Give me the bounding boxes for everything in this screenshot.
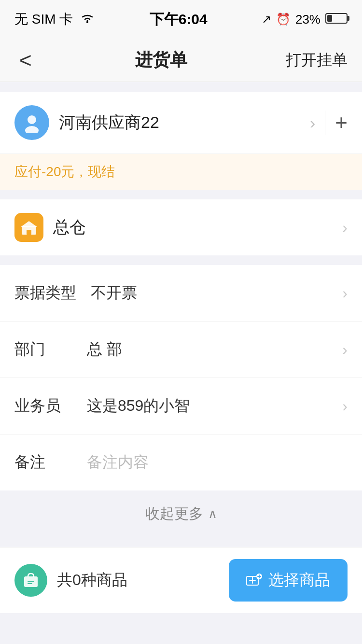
- warehouse-section: 总仓 ›: [0, 199, 362, 255]
- select-product-label: 选择商品: [268, 570, 330, 591]
- department-label: 部门: [14, 339, 72, 360]
- salesperson-label: 业务员: [14, 395, 72, 417]
- notice-bar: 应付-20元，现结: [0, 154, 362, 190]
- supplier-section: 河南供应商22 › + 应付-20元，现结: [0, 92, 362, 190]
- invoice-type-row[interactable]: 票据类型 不开票 ›: [0, 265, 362, 321]
- remark-row[interactable]: 备注 备注内容: [0, 434, 362, 490]
- battery-percent: 23%: [295, 12, 320, 27]
- warehouse-name: 总仓: [53, 216, 342, 238]
- product-icon: [14, 564, 47, 597]
- svg-marker-4: [21, 221, 37, 227]
- svg-point-2: [25, 126, 39, 133]
- department-row[interactable]: 部门 总 部 ›: [0, 321, 362, 378]
- product-count-label: 共0种商品: [57, 570, 229, 591]
- open-pending-button[interactable]: 打开挂单: [286, 50, 348, 71]
- page-title: 进货单: [135, 48, 187, 72]
- department-chevron-icon: ›: [342, 341, 348, 359]
- invoice-type-label: 票据类型: [14, 282, 76, 304]
- collapse-button[interactable]: 收起更多 ∧: [0, 490, 362, 537]
- carrier-label: 无 SIM 卡: [14, 10, 73, 28]
- department-value: 总 部: [87, 339, 342, 360]
- invoice-type-value: 不开票: [91, 282, 342, 304]
- gap-4: [0, 537, 362, 547]
- back-button[interactable]: <: [14, 43, 37, 77]
- nav-bar: < 进货单 打开挂单: [0, 39, 362, 82]
- supplier-avatar: [14, 105, 49, 140]
- form-section: 票据类型 不开票 › 部门 总 部 › 业务员 这是859的小智 › 备注 备注…: [0, 265, 362, 490]
- bottom-bar: 共0种商品 选择商品: [0, 547, 362, 613]
- salesperson-value: 这是859的小智: [87, 395, 342, 417]
- collapse-label: 收起更多: [145, 504, 203, 524]
- invoice-type-chevron-icon: ›: [342, 284, 348, 302]
- gap-1: [0, 82, 362, 92]
- svg-point-0: [86, 21, 88, 23]
- status-bar: 无 SIM 卡 下午6:04 ↗ ⏰ 23%: [0, 0, 362, 39]
- supplier-row[interactable]: 河南供应商22 › +: [0, 92, 362, 154]
- svg-point-1: [28, 115, 36, 124]
- status-left: 无 SIM 卡: [14, 10, 95, 28]
- svg-rect-5: [27, 230, 31, 235]
- alarm-icon: ⏰: [276, 13, 291, 26]
- add-button[interactable]: +: [325, 111, 348, 135]
- status-time: 下午6:04: [150, 10, 208, 29]
- supplier-chevron-icon: ›: [310, 113, 315, 132]
- warehouse-icon: [14, 213, 43, 242]
- salesperson-row[interactable]: 业务员 这是859的小智 ›: [0, 378, 362, 434]
- notice-text: 应付-20元，现结: [14, 164, 115, 179]
- wifi-icon: [80, 12, 95, 27]
- gap-2: [0, 190, 362, 199]
- gps-icon: ↗: [262, 13, 271, 26]
- salesperson-chevron-icon: ›: [342, 397, 348, 415]
- status-right: ↗ ⏰ 23%: [262, 12, 348, 27]
- battery-icon: [325, 12, 348, 27]
- warehouse-chevron-icon: ›: [342, 219, 348, 237]
- gap-3: [0, 255, 362, 265]
- supplier-name: 河南供应商22: [59, 112, 310, 134]
- remark-label: 备注: [14, 452, 72, 473]
- collapse-icon: ∧: [208, 506, 217, 521]
- page-bottom-bg: [0, 613, 362, 644]
- warehouse-row[interactable]: 总仓 ›: [0, 199, 362, 255]
- remark-placeholder[interactable]: 备注内容: [87, 452, 348, 473]
- select-product-button[interactable]: 选择商品: [229, 559, 348, 602]
